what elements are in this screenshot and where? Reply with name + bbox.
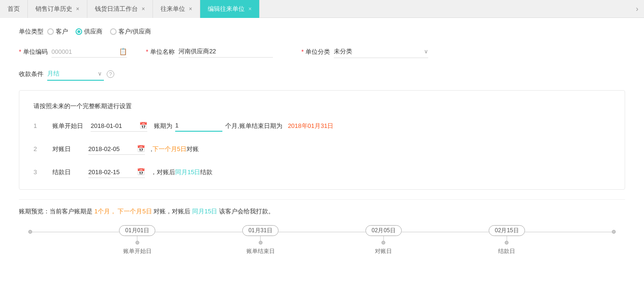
preview-section: 账期预览：当前客户账期是 1个月， 下一个月5日 对账，对账后 同月15日 该客…: [19, 199, 625, 263]
unit-name-field: * 单位名称: [146, 46, 273, 58]
node-4-stem: [507, 236, 507, 241]
unit-code-icon[interactable]: 📋: [119, 48, 127, 55]
payment-field: 收款条件 月结 ∨ ?: [19, 68, 114, 81]
unit-info-row: * 单位编码 📋 * 单位名称 * 单位分类 未分类 ∨: [19, 45, 625, 58]
tl-line-0: [32, 232, 119, 232]
node-1-label: 账单开始日: [123, 247, 152, 255]
preview-part1: 1个月，: [94, 208, 116, 215]
unit-code-star: *: [19, 48, 21, 55]
tab-edit-partner[interactable]: 编辑往来单位 ×: [200, 0, 260, 18]
node-2-label: 账单结束日: [246, 247, 275, 255]
radio-customer-circle: [47, 28, 54, 35]
preview-part3: 同月15日: [192, 208, 217, 215]
timeline-node-3: 02月05日 对账日: [365, 225, 402, 255]
node-3-date: 02月05日: [372, 227, 396, 234]
step-2-number: 2: [34, 145, 43, 152]
setting-row-2: 2 对账日 📅 , 下一个月5日 对账: [34, 143, 610, 155]
payment-value: 月结: [47, 69, 98, 78]
period-label: 账期为: [154, 122, 172, 130]
main-content: 单位类型 客户 供应商 客户/供应商 * 单位编码: [0, 18, 644, 287]
step-1-number: 1: [34, 122, 43, 129]
start-date-input-wrapper: 📅: [91, 120, 147, 132]
timeline-right-dot: [612, 230, 616, 234]
preview-part2: 下一个月5日: [118, 208, 152, 215]
radio-supplier-label: 供应商: [84, 27, 102, 36]
tab-sales-close[interactable]: ×: [76, 6, 79, 12]
tab-edit-label: 编辑往来单位: [208, 5, 245, 13]
setting-row-3: 3 结款日 📅 ，对账后 同月15日 结款: [34, 166, 610, 178]
node-3-label: 对账日: [375, 247, 392, 255]
unit-code-field: * 单位编码 📋: [19, 46, 127, 58]
tab-home-label: 首页: [8, 5, 20, 13]
period-unit-text: 个月,账单结束日期为: [225, 122, 282, 130]
node-3-badge: 02月05日: [365, 225, 402, 236]
step-2-label: 对账日: [52, 145, 81, 153]
recon-suffix: 对账: [186, 145, 199, 153]
payment-row: 收款条件 月结 ∨ ?: [19, 68, 625, 81]
radio-both-circle: [110, 28, 117, 35]
end-date-text: 2018年01月31日: [288, 122, 334, 130]
timeline-node-1: 01月01日 账单开始日: [119, 225, 155, 255]
unit-name-input[interactable]: [178, 46, 273, 58]
period-input[interactable]: [175, 120, 222, 132]
unit-cat-label: 单位分类: [305, 48, 330, 56]
tabs-bar: 首页 销售订单历史 × 钱货日清工作台 × 往来单位 × 编辑往来单位 × ›: [0, 0, 644, 18]
timeline-left-dot: [28, 230, 32, 234]
radio-both[interactable]: 客户/供应商: [110, 27, 151, 36]
start-date-cal-icon[interactable]: 📅: [139, 122, 147, 129]
tab-partner-label: 往来单位: [161, 5, 185, 13]
recon-date-input[interactable]: [88, 145, 137, 152]
node-1-date: 01月01日: [125, 227, 149, 234]
timeline: 01月01日 账单开始日 01月31日 账单结束日 02月05日: [19, 225, 625, 255]
unit-cat-value: 未分类: [334, 47, 424, 56]
payment-select[interactable]: 月结 ∨: [47, 68, 104, 81]
tab-edit-close[interactable]: ×: [248, 6, 252, 12]
unit-type-row: 单位类型 客户 供应商 客户/供应商: [19, 27, 625, 36]
node-3-stem: [383, 236, 384, 241]
unit-type-label: 单位类型: [19, 27, 43, 36]
radio-customer-label: 客户: [56, 27, 68, 36]
tab-home[interactable]: 首页: [0, 0, 28, 18]
tab-cash-close[interactable]: ×: [142, 6, 145, 12]
recon-date-cal-icon[interactable]: 📅: [137, 145, 145, 152]
payment-chevron: ∨: [98, 70, 102, 77]
tl-line-4: [525, 232, 612, 232]
node-4-badge: 02月15日: [489, 225, 525, 236]
unit-code-input[interactable]: [51, 48, 119, 55]
preview-text: 账期预览：当前客户账期是 1个月， 下一个月5日 对账，对账后 同月15日 该客…: [19, 207, 625, 216]
node-1-badge: 01月01日: [119, 225, 155, 236]
recon-date-input-wrapper: 📅: [88, 143, 145, 155]
pay-suffix: 结款: [200, 168, 212, 177]
pay-prefix: ，对账后: [151, 168, 175, 177]
node-1-dot: [136, 241, 139, 245]
setting-row-1: 1 账单开始日 📅 账期为 个月,账单结束日期为 2018年01月31日: [34, 120, 610, 132]
pay-date-input[interactable]: [88, 169, 137, 176]
node-4-label: 结款日: [498, 247, 515, 255]
tl-line-3: [402, 232, 489, 232]
pay-date-cal-icon[interactable]: 📅: [137, 168, 145, 176]
tab-cash-work[interactable]: 钱货日清工作台 ×: [87, 0, 153, 18]
timeline-node-4: 02月15日 结款日: [489, 225, 525, 255]
unit-type-radio-group: 客户 供应商 客户/供应商: [47, 27, 151, 36]
radio-supplier[interactable]: 供应商: [76, 27, 102, 36]
help-icon[interactable]: ?: [107, 70, 114, 78]
timeline-node-2: 01月31日 账单结束日: [242, 225, 279, 255]
pay-date-input-wrapper: 📅: [88, 166, 145, 178]
start-date-input[interactable]: [91, 122, 139, 129]
node-2-badge: 01月31日: [242, 225, 279, 236]
unit-cat-select[interactable]: 未分类 ∨: [334, 45, 428, 58]
tab-partner-close[interactable]: ×: [189, 6, 192, 12]
pay-teal-text: 同月15日: [175, 168, 200, 177]
tl-line-1: [155, 232, 242, 232]
unit-name-star: *: [146, 48, 148, 55]
preview-prefix: 账期预览：当前客户账期是: [19, 208, 93, 215]
node-4-date: 02月15日: [495, 227, 519, 234]
tab-sales-order[interactable]: 销售订单历史 ×: [28, 0, 87, 18]
payment-label: 收款条件: [19, 70, 43, 78]
unit-cat-chevron: ∨: [424, 48, 428, 55]
tab-partner[interactable]: 往来单位 ×: [153, 0, 200, 18]
recon-orange-text: 下一个月5日: [153, 145, 186, 153]
radio-customer[interactable]: 客户: [47, 27, 68, 36]
tab-cash-label: 钱货日清工作台: [95, 5, 138, 13]
tab-expand-button[interactable]: ›: [630, 5, 644, 13]
